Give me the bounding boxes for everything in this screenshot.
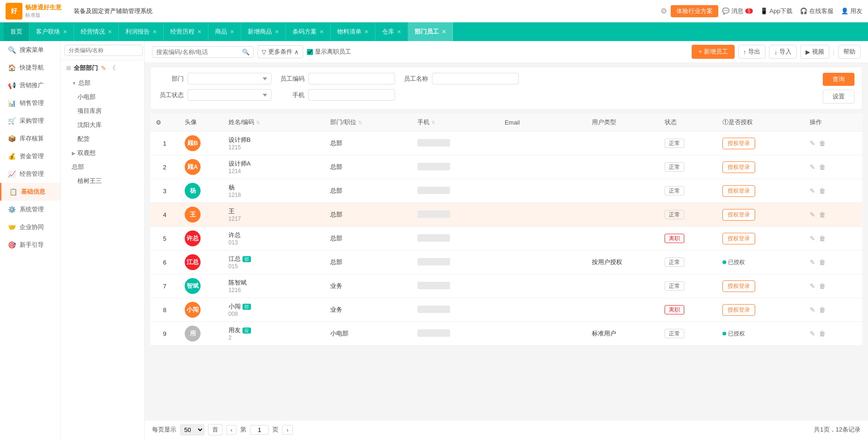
edit-icon[interactable]: ✎ — [810, 187, 815, 195]
next-page-button[interactable]: › — [282, 425, 292, 435]
app-download-button[interactable]: 📱 App下载 — [760, 7, 792, 15]
tab-barcode[interactable]: 条码方案 ✕ — [286, 22, 331, 41]
sidebar-item-guide[interactable]: 🎯 新手引导 — [0, 236, 60, 254]
edit-icon[interactable]: ✎ — [810, 258, 815, 266]
close-icon[interactable]: ✕ — [197, 29, 201, 35]
close-icon[interactable]: ✕ — [275, 29, 279, 35]
delete-icon[interactable]: 🗑 — [819, 211, 826, 218]
close-icon[interactable]: ✕ — [319, 29, 324, 35]
add-employee-button[interactable]: + 新增员工 — [692, 45, 734, 59]
sidebar-item-nav[interactable]: 🏠 快捷导航 — [0, 59, 60, 77]
edit-icon[interactable]: ✎ — [810, 306, 815, 314]
close-icon[interactable]: ✕ — [230, 29, 234, 35]
tree-node-xdb[interactable]: 小电部 — [61, 90, 144, 104]
edit-icon[interactable]: ✎ — [810, 163, 815, 171]
close-icon[interactable]: ✕ — [364, 29, 368, 35]
delete-icon[interactable]: 🗑 — [819, 235, 826, 242]
tab-department[interactable]: 部门员工 ✕ — [408, 22, 453, 41]
tree-node-plant[interactable]: 植树王三 — [61, 174, 144, 188]
sidebar-item-collab[interactable]: 🤝 企业协同 — [0, 218, 60, 236]
show-resigned-checkbox[interactable]: 显示离职员工 — [307, 48, 351, 56]
user-menu[interactable]: 👤 用友 — [841, 7, 862, 15]
delete-icon[interactable]: 🗑 — [819, 187, 826, 195]
delete-icon[interactable]: 🗑 — [819, 258, 826, 266]
close-icon[interactable]: ✕ — [108, 29, 112, 35]
delete-icon[interactable]: 🗑 — [819, 330, 826, 337]
th-settings[interactable]: ⚙ — [150, 113, 179, 132]
tree-root-label[interactable]: 全部部门 — [74, 64, 98, 72]
edit-icon[interactable]: ✎ — [810, 330, 815, 337]
view-button[interactable]: ▶ 视频 — [800, 45, 829, 59]
sidebar-item-purchase[interactable]: 🛒 采购管理 — [0, 112, 60, 130]
th-name[interactable]: 姓名/编码⇅ — [223, 113, 325, 132]
edit-icon[interactable]: ✎ — [810, 282, 815, 290]
auth-login-button[interactable]: 授权登录 — [722, 304, 755, 316]
close-icon[interactable]: ✕ — [63, 29, 67, 35]
tree-node-head[interactable]: ▼ 总部 — [61, 76, 144, 90]
phone-input[interactable] — [308, 89, 395, 101]
search-input[interactable] — [156, 49, 240, 56]
sidebar-item-inventory[interactable]: 📦 库存核算 — [0, 130, 60, 147]
close-icon[interactable]: ✕ — [153, 29, 157, 35]
tree-search-input[interactable] — [64, 45, 143, 56]
tree-node-project[interactable]: 项目库房 — [61, 104, 144, 118]
export-button[interactable]: ↑ 导出 — [738, 45, 766, 59]
sidebar-item-management[interactable]: 📈 经营管理 — [0, 165, 60, 183]
resigned-checkbox[interactable] — [307, 49, 313, 55]
delete-icon[interactable]: 🗑 — [819, 163, 826, 171]
emp-name-input[interactable] — [432, 73, 519, 84]
sidebar-item-search[interactable]: 🔍 搜索菜单 — [0, 41, 60, 59]
tab-goods[interactable]: 商品 ✕ — [208, 22, 241, 41]
tab-bom[interactable]: 物料清单 ✕ — [331, 22, 375, 41]
tab-profit[interactable]: 利润报告 ✕ — [119, 22, 164, 41]
tab-new-goods[interactable]: 新增商品 ✕ — [241, 22, 286, 41]
online-service-button[interactable]: 🎧 在线客服 — [800, 7, 833, 15]
tab-warehouse[interactable]: 仓库 ✕ — [375, 22, 408, 41]
tree-node-shenyang[interactable]: 沈阳大库 — [61, 118, 144, 132]
auth-login-button[interactable]: 授权登录 — [722, 161, 755, 173]
delete-icon[interactable]: 🗑 — [819, 139, 826, 147]
edit-icon[interactable]: ✎ — [810, 211, 815, 218]
edit-icon[interactable]: ✎ — [810, 235, 815, 242]
page-input[interactable] — [250, 425, 269, 435]
import-button[interactable]: ↓ 导入 — [769, 45, 797, 59]
tree-node-double[interactable]: ▶ 双鹿想 — [61, 146, 144, 160]
page-size-select[interactable]: 50 100 — [180, 425, 204, 435]
auth-login-button[interactable]: 授权登录 — [722, 233, 755, 244]
more-filter-button[interactable]: ▽ 更多条件 ∧ — [257, 45, 303, 58]
auth-login-button[interactable]: 授权登录 — [722, 209, 755, 221]
gear-icon[interactable]: ⚙ — [660, 7, 667, 15]
th-phone[interactable]: 手机⇅ — [412, 113, 499, 132]
delete-icon[interactable]: 🗑 — [819, 306, 826, 314]
close-icon[interactable]: ✕ — [397, 29, 401, 35]
tree-collapse-icon[interactable]: 《 — [109, 64, 116, 72]
prev-page-button[interactable]: ‹ — [226, 425, 236, 435]
auth-login-button[interactable]: 授权登录 — [722, 185, 755, 197]
th-dept[interactable]: 部门/职位⇅ — [325, 113, 412, 132]
search-icon[interactable]: 🔍 — [242, 49, 250, 56]
emp-code-input[interactable] — [308, 73, 395, 84]
query-button[interactable]: 查询 — [823, 73, 854, 86]
help-button[interactable]: 帮助 — [838, 45, 861, 59]
tree-edit-icon[interactable]: ✎ — [101, 64, 106, 72]
edit-icon[interactable]: ✎ — [810, 139, 815, 147]
tree-node-distribution[interactable]: 配货 — [61, 132, 144, 146]
tab-operations[interactable]: 经营情况 ✕ — [74, 22, 119, 41]
dept-select[interactable] — [187, 73, 271, 84]
tab-home[interactable]: 首页 — [4, 22, 29, 41]
tab-history[interactable]: 经营历程 ✕ — [164, 22, 208, 41]
sidebar-item-finance[interactable]: 💰 资金管理 — [0, 147, 60, 165]
sidebar-item-system[interactable]: ⚙️ 系统管理 — [0, 201, 60, 218]
close-icon[interactable]: ✕ — [442, 29, 446, 35]
auth-login-button[interactable]: 授权登录 — [722, 138, 755, 149]
tab-customer[interactable]: 客户联络 ✕ — [29, 22, 74, 41]
set-button[interactable]: 设置 — [823, 90, 854, 104]
trial-button[interactable]: 体验行业方案 — [671, 5, 718, 17]
first-page-button[interactable]: 首 — [208, 424, 222, 435]
sidebar-item-sales[interactable]: 📊 销售管理 — [0, 94, 60, 112]
tree-node-hq[interactable]: 总部 — [61, 160, 144, 174]
sidebar-item-marketing[interactable]: 📢 营销推广 — [0, 77, 60, 94]
auth-login-button[interactable]: 授权登录 — [722, 280, 755, 292]
sidebar-item-basic[interactable]: 📋 基础信息 — [0, 183, 60, 201]
delete-icon[interactable]: 🗑 — [819, 282, 826, 290]
